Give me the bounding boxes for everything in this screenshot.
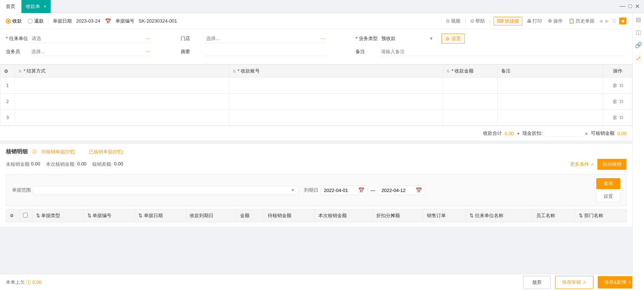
toolbar-actions: ⊙ 视频 | ⊙ 帮助 | ⌨ 快捷键 🖶 打印 ⚙ 操作 📋 bbox=[444, 17, 627, 26]
remark-input[interactable] bbox=[380, 47, 627, 56]
bottom-value: 0.00 bbox=[32, 279, 42, 285]
bottom-col-gear[interactable]: ⚙ bbox=[6, 209, 19, 222]
shortcut-btn[interactable]: ⌨ 快捷键 bbox=[494, 17, 522, 26]
remark-field: 备注 bbox=[356, 47, 627, 56]
print-icon: 🖶 bbox=[527, 18, 531, 24]
maximize-icon[interactable]: □ bbox=[628, 3, 632, 10]
row-2-settlement[interactable] bbox=[15, 94, 229, 110]
partner-label: 往来单位 bbox=[6, 35, 28, 42]
row-2-account[interactable] bbox=[229, 94, 443, 110]
abandon-btn[interactable]: 放弃 bbox=[523, 276, 551, 289]
staff-dots-btn[interactable]: ··· bbox=[144, 48, 152, 55]
row-1-amount[interactable] bbox=[443, 78, 498, 94]
sidebar-icon-1[interactable]: ▤ bbox=[636, 16, 641, 23]
verify-info-icon[interactable]: ⓘ bbox=[32, 149, 37, 155]
row-3-delete-icon[interactable]: 🗑 bbox=[612, 114, 617, 121]
help-btn[interactable]: ⊙ 帮助 bbox=[469, 17, 486, 25]
video-btn[interactable]: ⊙ 视频 bbox=[444, 17, 462, 25]
done-tab[interactable]: 已核销单据(0笔) bbox=[89, 149, 123, 155]
row-2-amount[interactable] bbox=[443, 94, 498, 110]
sort-icon-dept: ⇅ bbox=[579, 213, 583, 218]
start-date-input[interactable] bbox=[324, 188, 357, 193]
radio-receipt[interactable]: 收款 bbox=[6, 18, 22, 24]
store-input[interactable] bbox=[205, 34, 319, 43]
discount-label: 现金折扣: bbox=[522, 130, 543, 137]
row-3-account[interactable] bbox=[229, 110, 443, 126]
biz-type-chevron[interactable]: ▼ bbox=[429, 36, 433, 41]
bottom-col-checkbox[interactable] bbox=[19, 209, 32, 222]
row-1-actions: 🗑 ⧉ bbox=[603, 78, 632, 94]
store-dots-btn[interactable]: ··· bbox=[319, 35, 326, 42]
row-2-remark[interactable] bbox=[498, 94, 603, 110]
partner-input-wrapper: ··· bbox=[30, 34, 152, 43]
staff-input[interactable] bbox=[30, 47, 144, 56]
number-label: 单据编号 bbox=[115, 18, 134, 24]
history-btn[interactable]: 📋 历史单据 bbox=[567, 17, 596, 25]
row-3-copy-icon[interactable]: ⧉ bbox=[620, 114, 623, 121]
print-btn[interactable]: 🖶 打印 bbox=[525, 17, 543, 25]
query-btn[interactable]: 查询 bbox=[596, 178, 620, 189]
range-input[interactable] bbox=[36, 188, 291, 193]
row-1-copy-icon[interactable]: ⧉ bbox=[620, 82, 623, 89]
row-2-num: 2 bbox=[0, 94, 15, 110]
store-field: 门店 ··· bbox=[181, 34, 326, 43]
start-calendar-icon[interactable]: 📅 bbox=[358, 187, 364, 193]
unchecked-value: 0.00 bbox=[31, 161, 40, 168]
partner-dots-btn[interactable]: ··· bbox=[144, 35, 152, 42]
receipt-type-radio: 收款 退款 bbox=[6, 18, 44, 24]
row-1-delete-icon[interactable]: 🗑 bbox=[612, 82, 617, 89]
more-conditions-btn[interactable]: 更多条件 ∧ bbox=[570, 161, 594, 168]
radio-refund[interactable]: 退款 bbox=[28, 18, 44, 24]
draft-btn[interactable]: 保存草稿 ∧ bbox=[555, 276, 593, 289]
staff-field: 业务员 ··· bbox=[6, 47, 152, 56]
select-all-checkbox[interactable] bbox=[23, 213, 28, 218]
row-3-amount[interactable] bbox=[443, 110, 498, 126]
range-chevron-icon[interactable]: ▼ bbox=[291, 188, 295, 193]
current-stat: 本次核销金额: 0.00 bbox=[46, 161, 86, 168]
row-1-remark[interactable] bbox=[498, 78, 603, 94]
end-date-input[interactable] bbox=[381, 188, 414, 193]
bottom-table-header-row: ⚙ ⇅ 单据类型 ⇅ 单据编号 ⇅ bbox=[6, 209, 627, 222]
form-row-1: 往来单位 ··· 门店 ··· 业务类型 预收款 ▼ bbox=[6, 34, 627, 44]
table-row: 1 🗑 ⧉ bbox=[0, 78, 632, 94]
divider-1 bbox=[48, 17, 48, 25]
sort-icon-partner: ⇅ bbox=[470, 213, 474, 218]
bottom-table-wrapper: ⚙ ⇅ 单据类型 ⇅ 单据编号 ⇅ bbox=[6, 209, 627, 222]
row-3-settlement[interactable] bbox=[15, 110, 229, 126]
summary-input[interactable] bbox=[205, 47, 326, 56]
sidebar-icon-4[interactable]: ⤢ bbox=[635, 54, 641, 63]
summary-field: 摘要 bbox=[181, 47, 326, 56]
color-btn[interactable]: ■ bbox=[619, 17, 627, 24]
row-1-settlement[interactable] bbox=[15, 78, 229, 94]
row-1-account[interactable] bbox=[229, 78, 443, 94]
row-3-num: 3 bbox=[0, 110, 15, 126]
calendar-icon[interactable]: 📅 bbox=[105, 18, 111, 24]
biz-type-label: 业务类型 bbox=[356, 35, 378, 42]
row-2-delete-icon[interactable]: 🗑 bbox=[612, 98, 617, 105]
tab-close-icon[interactable]: × bbox=[44, 4, 46, 9]
auto-verify-btn[interactable]: 自动核销 bbox=[597, 159, 627, 170]
filter-actions: 查询 设置 bbox=[596, 178, 620, 202]
col-settings-header[interactable]: ⚙ bbox=[0, 65, 15, 78]
col-amount-header: ⇅ * 收款金额 bbox=[443, 65, 498, 78]
pending-tab[interactable]: 待核销单据(0笔) bbox=[41, 149, 75, 155]
radio-receipt-dot bbox=[6, 19, 11, 24]
discount-input[interactable] bbox=[546, 130, 582, 137]
bottom-info-icon[interactable]: ⓘ bbox=[26, 279, 31, 286]
sidebar-icon-2[interactable]: ◫ bbox=[636, 29, 641, 36]
end-calendar-icon[interactable]: 📅 bbox=[416, 187, 422, 193]
unchecked-stat: 未核销金额 0.00 bbox=[6, 161, 40, 168]
settings-button[interactable]: ⚙ 设置 bbox=[441, 34, 465, 44]
row-2-copy-icon[interactable]: ⧉ bbox=[620, 98, 623, 105]
filter-settings-btn[interactable]: 设置 bbox=[596, 191, 620, 202]
store-input-wrapper: ··· bbox=[205, 34, 326, 43]
partner-input[interactable] bbox=[30, 34, 144, 43]
tab-home[interactable]: 首页 bbox=[0, 0, 21, 13]
col-operation-label: 操作 bbox=[613, 68, 623, 74]
tab-receipt[interactable]: 收款单 × bbox=[21, 0, 51, 13]
close-icon[interactable]: ✕ bbox=[635, 3, 640, 10]
minimize-icon[interactable]: — bbox=[620, 3, 625, 10]
row-3-remark[interactable] bbox=[498, 110, 603, 126]
operation-btn[interactable]: ⚙ 操作 bbox=[546, 17, 564, 25]
sidebar-icon-3[interactable]: 🔗 bbox=[635, 42, 642, 48]
